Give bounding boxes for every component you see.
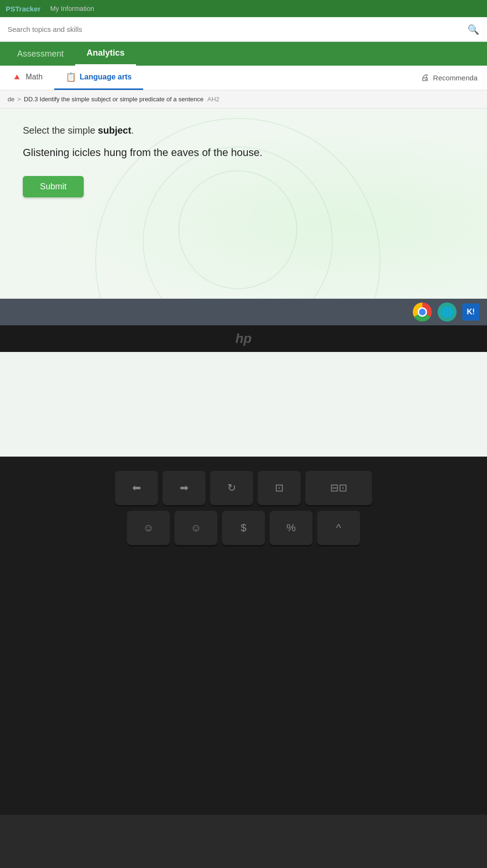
chrome-icon[interactable] [413,302,432,322]
search-input[interactable] [8,25,464,33]
decorative-background [0,108,487,299]
key-back[interactable]: ⬅ [115,471,158,505]
tab-analytics[interactable]: Analytics [75,42,136,66]
key-emoji-1[interactable]: ☺ [127,511,170,545]
tab-recommendations[interactable]: 🖨 Recommenda [411,66,487,90]
nav-tabs: Assessment Analytics [0,42,487,66]
key-forward[interactable]: ➡ [163,471,205,505]
prompt-after: . [131,125,134,136]
tab-language-arts-label: Language arts [80,73,132,81]
subject-tabs: 🔺 Math 📋 Language arts 🖨 Recommenda [0,66,487,90]
breadcrumb-skill[interactable]: DD.3 Identify the simple subject or simp… [24,96,204,103]
screen: PSTracker My Information 🔍 Assessment An… [0,0,487,457]
key-emoji-2[interactable]: ☺ [175,511,217,545]
math-icon: 🔺 [11,72,22,82]
keyboard-area: ⬅ ➡ ↻ ⊡ ⊟⊡ ☺ ☺ $ % ^ [0,457,487,815]
dec-circle-1 [95,118,380,299]
key-percent[interactable]: % [270,511,312,545]
keyboard-row-2: ☺ ☺ $ % ^ [127,511,360,545]
tab-math-label: Math [26,73,43,81]
main-content: Select the simple subject. Glistening ic… [0,108,487,299]
recommend-icon: 🖨 [421,73,429,83]
prompt-before: Select the simple [23,125,98,136]
key-dollar[interactable]: $ [222,511,265,545]
question-sentence: Glistening icicles hung from the eaves o… [23,146,464,159]
language-arts-icon: 📋 [66,72,76,82]
search-icon[interactable]: 🔍 [468,24,479,35]
edu-browser-icon[interactable]: 🌐 [438,302,457,322]
top-bar: PSTracker My Information [0,0,487,17]
submit-button[interactable]: Submit [23,176,84,197]
k-app-icon[interactable]: K! [462,303,479,321]
tab-math[interactable]: 🔺 Math [0,66,54,90]
keyboard-row-1: ⬅ ➡ ↻ ⊡ ⊟⊡ [115,471,372,505]
laptop-bezel: hp [0,325,487,352]
tab-assessment[interactable]: Assessment [6,42,75,66]
recommend-label: Recommenda [433,74,477,82]
key-caret[interactable]: ^ [317,511,360,545]
dec-circle-2 [143,146,333,299]
tab-language-arts[interactable]: 📋 Language arts [54,66,143,90]
edu-icon-glyph: 🌐 [441,306,453,318]
breadcrumb: de > DD.3 Identify the simple subject or… [0,90,487,108]
key-window-switch[interactable]: ⊟⊡ [305,471,372,505]
search-bar: 🔍 [0,17,487,42]
top-nav-link[interactable]: My Information [50,5,94,12]
prompt-bold: subject [98,125,131,136]
breadcrumb-code: AH2 [207,96,219,103]
brand-logo: PSTracker [6,5,40,13]
taskbar: 🌐 K! [0,299,487,325]
question-prompt: Select the simple subject. [23,124,464,137]
dec-circle-3 [178,170,297,289]
key-fullscreen[interactable]: ⊡ [258,471,301,505]
hp-logo: hp [235,331,252,346]
key-refresh[interactable]: ↻ [210,471,253,505]
breadcrumb-prefix: de [8,96,14,103]
breadcrumb-separator: > [17,96,21,103]
